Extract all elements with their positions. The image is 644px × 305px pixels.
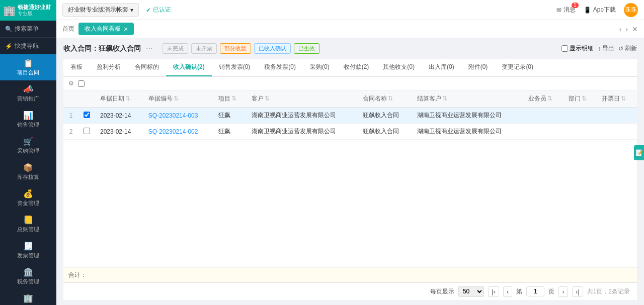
invoice-icon: 🧾 xyxy=(23,241,33,251)
table-area: ⚙ 单据日期⇅ 单据编号⇅ 项目⇅ 客户⇅ xyxy=(63,77,637,282)
search-menu[interactable]: 🔍 搜索菜单 xyxy=(0,21,56,38)
tab-profit[interactable]: 盈利分析 xyxy=(90,59,128,76)
tab-contract-std[interactable]: 合同标的 xyxy=(128,59,166,76)
sort-dept-icon: ⇅ xyxy=(582,95,587,102)
row-checkbox-1[interactable] xyxy=(78,108,95,124)
status-confirmed[interactable]: 已收入确认 xyxy=(254,43,291,54)
cell-number-2[interactable]: SQ-20230214-002 xyxy=(143,124,214,140)
sort-project-icon: ⇅ xyxy=(231,95,236,102)
table-row[interactable]: 1 2023-02-14 SQ-20230214-003 狂飙 湖南卫视商业运营… xyxy=(63,108,637,124)
tab-sales-invoice[interactable]: 销售发票(0) xyxy=(212,59,258,76)
export-button[interactable]: ↑ 导出 xyxy=(598,44,614,53)
sidebar-item-invoice[interactable]: 🧾 发票管理 xyxy=(0,237,56,263)
detail-checkbox-input[interactable] xyxy=(561,45,568,52)
side-note-button[interactable]: 📝 xyxy=(634,145,644,160)
th-client[interactable]: 结算客户⇅ xyxy=(412,90,523,108)
funds-icon: 💰 xyxy=(23,189,33,198)
th-customer[interactable]: 客户⇅ xyxy=(247,90,358,108)
row-checkbox-2[interactable] xyxy=(78,124,95,140)
tab-changes[interactable]: 变更记录(0) xyxy=(495,59,540,76)
assets-icon: 🏢 xyxy=(23,293,33,303)
page-input[interactable] xyxy=(526,286,544,296)
sidebar-item-tax[interactable]: 🏛️ 税务管理 xyxy=(0,263,56,289)
tab-attachments[interactable]: 附件(0) xyxy=(461,59,495,76)
quick-nav[interactable]: ⚡ 快捷导航 xyxy=(0,38,56,54)
tab-income-confirm[interactable]: 收入确认(2) xyxy=(166,59,212,76)
messages-button[interactable]: ✉ 1 消息 xyxy=(556,6,576,14)
topbar: 好业财专业版演示帐套 ▾ ✔ 已认证 ✉ 1 消息 📱 App下载 珠珠 xyxy=(56,0,644,20)
cell-open-date-1 xyxy=(597,108,637,124)
sidebar-item-funds[interactable]: 💰 资金管理 xyxy=(0,185,56,211)
sidebar-item-project[interactable]: 📋 项目合同 xyxy=(0,54,56,80)
cell-date-2: 2023-02-14 xyxy=(95,124,143,140)
sort-date-icon: ⇅ xyxy=(125,95,130,102)
contract-title: 收入合同：狂飙收入合同 xyxy=(63,44,141,53)
cell-number-1[interactable]: SQ-20230214-003 xyxy=(143,108,214,124)
pagination: 每页显示 50 20 100 |‹ ‹ 第 页 › ›| 共1页，2条记录 xyxy=(63,282,637,300)
table-row[interactable]: 2 2023-02-14 SQ-20230214-002 狂飙 湖南卫视商业运营… xyxy=(63,124,637,140)
th-open-date[interactable]: 开票日⇅ xyxy=(597,90,637,108)
th-number[interactable]: 单据编号⇅ xyxy=(143,90,214,108)
tab-kanban[interactable]: 看板 xyxy=(63,59,90,76)
total-label: 合计： xyxy=(68,271,87,279)
company-selector[interactable]: 好业财专业版演示帐套 ▾ xyxy=(62,3,139,17)
tabbar-nav: ‹ › ✕ xyxy=(619,25,638,33)
sidebar-item-purchase[interactable]: 🛒 采购管理 xyxy=(0,133,56,159)
th-contract[interactable]: 合同名称⇅ xyxy=(358,90,412,108)
th-dept[interactable]: 部门⇅ xyxy=(564,90,597,108)
sort-customer-icon: ⇅ xyxy=(265,95,270,102)
status-partial-payment[interactable]: 部分收款 xyxy=(220,43,251,54)
close-tab-button[interactable]: × xyxy=(124,25,128,33)
first-page-button[interactable]: |‹ xyxy=(488,286,499,297)
user-avatar[interactable]: 珠珠 xyxy=(624,3,638,17)
status-effective[interactable]: 已生效 xyxy=(294,43,319,54)
tab-payment[interactable]: 收付款(2) xyxy=(337,59,376,76)
sidebar-item-sales[interactable]: 📊 销售管理 xyxy=(0,107,56,133)
tab-other-income[interactable]: 其他收支(0) xyxy=(376,59,422,76)
sidebar-logo: 🏢 畅捷通好业财 专业版 xyxy=(0,0,56,21)
tax-icon: 🏛️ xyxy=(23,267,33,277)
tab-warehouse[interactable]: 出入库(0) xyxy=(422,59,461,76)
sidebar-item-assets[interactable]: 🏢 固定资产 xyxy=(0,289,56,305)
search-icon: 🔍 xyxy=(5,26,13,33)
tab-purchase[interactable]: 采购(0) xyxy=(303,59,337,76)
refresh-button[interactable]: ↺ 刷新 xyxy=(618,44,637,53)
th-project[interactable]: 项目⇅ xyxy=(213,90,247,108)
th-date[interactable]: 单据日期⇅ xyxy=(95,90,143,108)
table-scroll[interactable]: 单据日期⇅ 单据编号⇅ 项目⇅ 客户⇅ 合同名称⇅ 结算客户⇅ 业务员⇅ 部门⇅… xyxy=(63,90,637,267)
nav-close-button[interactable]: ✕ xyxy=(632,25,638,33)
status-uninvoiced[interactable]: 未开票 xyxy=(191,43,217,54)
cell-salesman-2 xyxy=(523,124,564,140)
active-tab[interactable]: 收入合同看板 × xyxy=(78,23,134,35)
status-tags: 未完成 未开票 部分收款 已收入确认 已生效 xyxy=(163,43,319,54)
status-incomplete[interactable]: 未完成 xyxy=(163,43,188,54)
th-salesman[interactable]: 业务员⇅ xyxy=(523,90,564,108)
tab-tax-invoice[interactable]: 税务发票(0) xyxy=(257,59,303,76)
next-page-button[interactable]: › xyxy=(558,286,568,297)
contract-more-button[interactable]: ··· xyxy=(146,44,152,53)
nav-next-button[interactable]: › xyxy=(625,25,628,33)
messages-badge: 1 xyxy=(572,3,579,8)
sidebar-item-general[interactable]: 📒 总账管理 xyxy=(0,211,56,237)
nav-tabs: 看板 盈利分析 合同标的 收入确认(2) 销售发票(0) 税务发票(0) 采购(… xyxy=(63,59,637,77)
nav-prev-button[interactable]: ‹ xyxy=(619,25,622,33)
sidebar-item-marketing[interactable]: 📣 营销推广 xyxy=(0,80,56,107)
th-checkbox xyxy=(78,90,95,108)
main: 好业财专业版演示帐套 ▾ ✔ 已认证 ✉ 1 消息 📱 App下载 珠珠 xyxy=(56,0,644,305)
table-header-row: 单据日期⇅ 单据编号⇅ 项目⇅ 客户⇅ 合同名称⇅ 结算客户⇅ 业务员⇅ 部门⇅… xyxy=(63,90,637,108)
row-index-1: 1 xyxy=(63,108,78,124)
home-tab[interactable]: 首页 xyxy=(62,25,74,33)
note-icon: 📝 xyxy=(635,149,643,156)
last-page-button[interactable]: ›| xyxy=(572,286,583,297)
sort-client-icon: ⇅ xyxy=(442,95,447,102)
app-download-button[interactable]: 📱 App下载 xyxy=(584,6,616,14)
refresh-icon: ↺ xyxy=(618,45,623,52)
prev-page-button[interactable]: ‹ xyxy=(503,286,512,297)
sidebar-item-inventory[interactable]: 📦 库存核算 xyxy=(0,159,56,185)
per-page-select[interactable]: 50 20 100 xyxy=(458,286,484,297)
setting-icon[interactable]: ⚙ xyxy=(68,80,74,87)
cell-salesman-1 xyxy=(523,108,564,124)
select-all-checkbox[interactable] xyxy=(78,80,85,87)
project-icon: 📋 xyxy=(23,58,33,68)
show-detail-checkbox[interactable]: 显示明细 xyxy=(561,44,594,53)
